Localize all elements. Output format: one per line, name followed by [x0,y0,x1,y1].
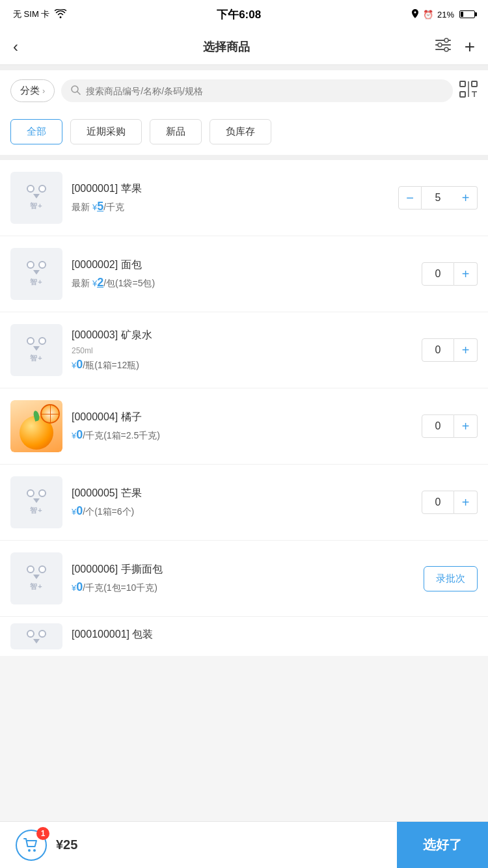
nav-actions: + [435,36,475,57]
svg-point-14 [28,849,31,852]
svg-rect-8 [460,81,465,87]
search-row: 分类 › [0,70,488,111]
product-spec-3: 250ml [72,346,413,355]
unit-1: /千克 [103,202,124,212]
unit-3: /瓶(1箱=12瓶) [83,360,139,370]
svg-point-3 [444,38,448,42]
product-info-5: [0000005] 芒果 ¥0/个(1箱=6个) [72,487,413,518]
status-right: ⏰ 21% [411,9,475,20]
product-image-5: 智+ [10,476,62,528]
product-image-3: 智+ [10,324,62,376]
qty-input-4[interactable] [422,414,454,438]
placeholder-logo-6: 智+ [27,565,46,591]
placeholder-logo-2: 智+ [27,261,46,287]
add-button[interactable]: + [465,36,475,57]
product-name-partial: [000100001] 包装 [72,628,478,642]
qty-input-2[interactable] [422,262,454,286]
product-item-5: 智+ [0000005] 芒果 ¥0/个(1箱=6个) + [0,465,488,541]
chevron-right-icon: › [42,86,45,96]
product-name-6: [0000006] 手撕面包 [72,563,414,576]
product-price-6: ¥0/千克(1包=10千克) [72,580,414,594]
amount-4: 0 [76,428,83,441]
qty-input-1[interactable] [422,186,454,210]
wifi-icon [55,9,66,20]
separator-2 [0,155,488,160]
battery-percent: 21% [437,10,454,20]
tab-negative[interactable]: 负库存 [210,119,271,144]
product-item-3: 智+ [0000003] 矿泉水 250ml ¥0/瓶(1箱=12瓶) + [0,312,488,388]
unit-2: /包(1袋=5包) [103,278,155,288]
qty-control-1: − + [398,186,478,210]
qty-plus-5[interactable]: + [454,491,478,514]
product-price-4: ¥0/千克(1箱=2.5千克) [72,428,413,442]
location-icon [411,9,419,20]
product-item-4: [0000004] 橘子 ¥0/千克(1箱=2.5千克) + [0,388,488,465]
price-label-2: 最新 [72,278,92,288]
unit-6: /千克(1包=10千克) [83,582,157,593]
product-name-1: [0000001] 苹果 [72,182,389,196]
product-image-1: 智+ [10,172,62,224]
product-item-2: 智+ [0000002] 面包 最新 ¥2/包(1袋=5包) + [0,236,488,312]
product-item-6: 智+ [0000006] 手撕面包 ¥0/千克(1包=10千克) 录批次 [0,541,488,617]
bottom-bar: 1 ¥25 选好了 [0,821,488,868]
price-label-1: 最新 [72,202,92,212]
category-label: 分类 [20,85,40,97]
product-price-2: 最新 ¥2/包(1袋=5包) [72,276,413,290]
qty-plus-1[interactable]: + [454,186,478,210]
product-info-4: [0000004] 橘子 ¥0/千克(1箱=2.5千克) [72,411,413,442]
filter-icon[interactable] [435,38,452,56]
product-image-4 [10,400,62,452]
search-input[interactable] [86,86,444,96]
qty-input-5[interactable] [422,491,454,514]
amount-2: 2 [97,276,103,289]
record-batch-button[interactable]: 录批次 [424,566,478,591]
product-image-2: 智+ [10,248,62,300]
svg-rect-9 [472,81,477,87]
svg-point-5 [444,47,448,51]
tab-all[interactable]: 全部 [10,119,62,144]
placeholder-logo-partial [27,630,46,644]
qty-minus-1[interactable]: − [398,186,422,210]
tab-new[interactable]: 新品 [150,119,202,144]
product-name-3: [0000003] 矿泉水 [72,329,413,342]
qty-plus-2[interactable]: + [454,262,478,286]
qty-control-3: + [422,338,478,362]
qty-control-4: + [422,414,478,438]
confirm-button[interactable]: 选好了 [397,822,488,869]
qty-plus-4[interactable]: + [454,414,478,438]
category-button[interactable]: 分类 › [10,79,55,102]
battery-icon [459,10,475,18]
amount-1: 5 [97,200,103,213]
product-name-4: [0000004] 橘子 [72,411,413,424]
placeholder-logo-5: 智+ [27,489,46,515]
svg-line-7 [77,92,80,94]
qty-control-5: + [422,491,478,514]
qty-plus-3[interactable]: + [454,338,478,362]
product-item-partial: [000100001] 包装 [0,617,488,656]
product-info-3: [0000003] 矿泉水 250ml ¥0/瓶(1箱=12瓶) [72,329,413,372]
qty-input-3[interactable] [422,338,454,362]
tab-recent[interactable]: 近期采购 [70,119,142,144]
page-title: 选择商品 [203,39,250,55]
cart-icon [23,838,39,852]
unit-4: /千克(1箱=2.5千克) [83,430,160,441]
status-bar: 无 SIM 卡 下午6:08 ⏰ 21% [0,0,488,29]
cart-button[interactable]: 1 [16,830,47,861]
cart-section: 1 ¥25 [0,830,397,861]
nav-bar: ‹ 选择商品 + [0,29,488,65]
product-list: 智+ [0000001] 苹果 最新 ¥5/千克 − + 智+ [0000002… [0,160,488,656]
scan-button[interactable] [459,81,478,102]
product-price-3: ¥0/瓶(1箱=12瓶) [72,358,413,372]
placeholder-logo-3: 智+ [27,337,46,363]
product-price-5: ¥0/个(1箱=6个) [72,504,413,518]
status-time: 下午6:08 [217,7,261,22]
qty-control-2: + [422,262,478,286]
product-image-6: 智+ [10,552,62,604]
product-image-partial [10,623,62,649]
back-button[interactable]: ‹ [13,38,18,56]
alarm-icon: ⏰ [423,10,433,20]
product-name-2: [0000002] 面包 [72,258,413,272]
product-price-1: 最新 ¥5/千克 [72,200,389,213]
separator-1 [0,65,488,70]
svg-rect-10 [460,92,465,97]
